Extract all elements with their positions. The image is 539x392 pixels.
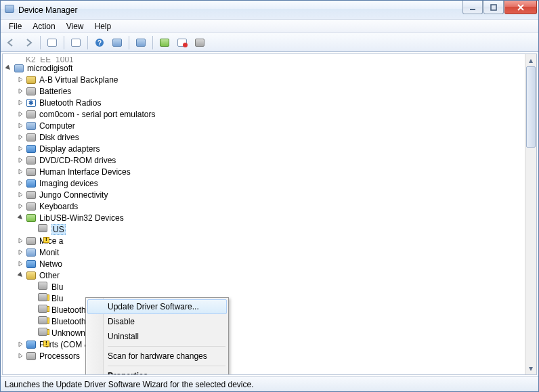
minimize-button[interactable] [462, 1, 483, 14]
menu-help[interactable]: Help [89, 20, 117, 32]
tree-node[interactable]: Other [4, 269, 523, 281]
help-button[interactable]: ? [92, 35, 107, 50]
menu-file[interactable]: File [3, 20, 27, 32]
tree-expander-icon[interactable] [16, 76, 24, 84]
tree-node[interactable]: Unknown device [4, 327, 523, 339]
tree-node[interactable]: DVD/CD-ROM drives [4, 154, 523, 166]
scroll-up-icon[interactable]: ▴ [526, 55, 536, 66]
tree-expander-icon[interactable] [28, 295, 37, 303]
tree-node[interactable]: Keyboards [4, 200, 523, 212]
tree-expander-icon[interactable] [16, 99, 24, 107]
toolbar: ? [1, 33, 538, 52]
tree-node[interactable]: ✱Bluetooth Radios [4, 97, 523, 108]
context-menu-item[interactable]: Properties [87, 368, 227, 375]
tree-node-label: Human Interface Devices [39, 167, 131, 177]
tree-node-label: Batteries [39, 87, 71, 96]
device-category-icon [26, 351, 37, 362]
tree-expander-icon[interactable] [16, 248, 24, 257]
context-menu-item[interactable]: Uninstall [87, 329, 227, 344]
tree-expander-icon[interactable] [16, 191, 24, 199]
titlebar[interactable]: Device Manager [1, 1, 538, 20]
context-menu-item[interactable]: Disable [87, 314, 227, 329]
device-category-icon [26, 121, 37, 131]
update-driver-button[interactable] [157, 35, 172, 50]
tree-expander-icon[interactable] [16, 237, 24, 245]
tree-node-label: Bluetooth Radios [39, 98, 101, 108]
tree-expander-icon[interactable] [28, 306, 37, 314]
tree-expander-icon[interactable] [16, 122, 24, 130]
tree-node[interactable]: A-B Virtual Backplane [4, 74, 523, 85]
tree-expander-icon[interactable] [16, 156, 24, 165]
properties-button[interactable] [68, 35, 83, 50]
svg-rect-1 [491, 5, 496, 10]
context-menu-item[interactable]: Scan for hardware changes [87, 349, 227, 364]
tree-node[interactable]: US [4, 223, 523, 235]
scroll-down-icon[interactable]: ▾ [526, 363, 536, 374]
tree-expander-icon[interactable] [28, 283, 37, 291]
device-warning-icon [38, 316, 49, 327]
tree-expander-icon[interactable] [4, 64, 12, 72]
tree-node[interactable]: Monit [4, 246, 523, 258]
device-category-icon [26, 109, 37, 120]
context-menu-label: Uninstall [108, 332, 139, 341]
tree-node-label: Netwo [39, 259, 62, 269]
disable-button[interactable] [192, 35, 207, 50]
tree-expander-icon[interactable] [16, 341, 24, 349]
tree-node[interactable]: com0com - serial port emulators [4, 108, 523, 120]
tree-expander-icon[interactable] [16, 110, 24, 118]
menu-action[interactable]: Action [27, 20, 60, 32]
tree-node[interactable]: Blu [4, 281, 523, 292]
tree-expander-icon[interactable] [16, 168, 24, 176]
scan-hardware-button[interactable] [133, 35, 148, 50]
tree-node[interactable]: Display adapters [4, 143, 523, 154]
tree-expander-icon[interactable] [28, 318, 37, 326]
tree-expander-icon[interactable] [16, 271, 24, 280]
menu-view[interactable]: View [61, 20, 89, 32]
tree-node[interactable]: Mice a [4, 235, 523, 246]
tree-node-label: Blu [51, 282, 63, 292]
close-button[interactable] [504, 1, 537, 14]
tree-node[interactable]: Blu [4, 292, 523, 304]
device-warning-icon [38, 328, 49, 339]
tree-node[interactable]: Bluetooth Peripheral Device [4, 304, 523, 315]
tree-expander-icon[interactable] [16, 202, 24, 211]
tree-expander-icon[interactable] [28, 225, 37, 234]
vertical-scrollbar[interactable]: ▴ ▾ [525, 54, 536, 374]
tree-expander-icon[interactable] [16, 179, 24, 188]
tree-node[interactable]: Batteries [4, 85, 523, 97]
tree-node[interactable]: LibUSB-Win32 Devices [4, 212, 523, 223]
tree-node[interactable]: microdigisoft [4, 62, 523, 74]
tree-node[interactable]: Human Interface Devices [4, 166, 523, 177]
tree-node[interactable]: Bluetooth Peripheral Device [4, 315, 523, 327]
device-category-icon [26, 144, 37, 154]
tree-expander-icon[interactable] [16, 260, 24, 268]
tree-expander-icon[interactable] [16, 145, 24, 153]
tree-node[interactable]: Processors [4, 350, 523, 362]
tree-expander-icon[interactable] [16, 133, 24, 141]
device-category-icon: ✱ [26, 97, 37, 108]
show-hide-tree-button[interactable] [45, 35, 60, 50]
toolbar-separator [129, 36, 129, 49]
back-button[interactable] [3, 35, 18, 50]
show-hidden-button[interactable] [110, 35, 125, 50]
tree-node[interactable]: K2_EE_1001 [4, 57, 523, 62]
device-category-icon [26, 201, 37, 212]
tree-node-label: Other [39, 271, 60, 280]
tree-node[interactable]: Imaging devices [4, 177, 523, 189]
context-menu-label: Update Driver Software... [108, 302, 199, 311]
device-tree[interactable]: K2_EE_1001microdigisoftA-B Virtual Backp… [3, 54, 525, 374]
tree-node[interactable]: Disk drives [4, 131, 523, 143]
tree-node[interactable]: Ports (COM & LPT) [4, 339, 523, 350]
tree-node[interactable]: Computer [4, 120, 523, 131]
uninstall-button[interactable] [175, 35, 190, 50]
tree-node[interactable]: Netwo [4, 258, 523, 269]
tree-expander-icon[interactable] [16, 214, 24, 222]
tree-expander-icon[interactable] [28, 329, 37, 337]
tree-expander-icon[interactable] [16, 352, 24, 360]
scroll-thumb[interactable] [526, 66, 536, 148]
maximize-button[interactable] [483, 1, 504, 14]
tree-node[interactable]: Jungo Connectivity [4, 189, 523, 200]
forward-button[interactable] [21, 35, 36, 50]
tree-expander-icon[interactable] [16, 87, 24, 95]
context-menu-item[interactable]: Update Driver Software... [87, 299, 227, 314]
